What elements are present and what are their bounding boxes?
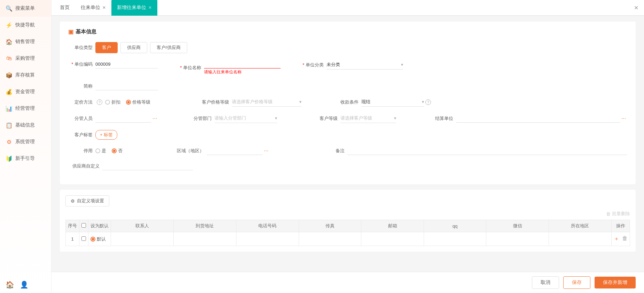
sidebar-label: 库存核算 bbox=[15, 72, 35, 78]
tab-contacts[interactable]: 往来单位✕ bbox=[75, 0, 111, 16]
unit-name-error: 请输入往来单位名称 bbox=[204, 69, 288, 75]
radio-label: 折扣 bbox=[111, 99, 120, 105]
col-header-9: 微信 bbox=[486, 220, 549, 232]
sidebar-label: 经营管理 bbox=[15, 105, 35, 112]
disable-radio-是[interactable]: 是 bbox=[95, 148, 106, 154]
close-all-tabs[interactable]: ✕ bbox=[631, 5, 641, 11]
chevron-down-icon3: ▾ bbox=[422, 99, 424, 104]
wechat-input[interactable] bbox=[488, 235, 547, 243]
table-row: 1默认＋🗑 bbox=[66, 232, 630, 246]
payment-terms-value: 现结 bbox=[361, 99, 421, 105]
sidebar-user-icon[interactable]: 👤 bbox=[20, 280, 29, 289]
short-name-input[interactable] bbox=[95, 82, 158, 90]
section-title: ▣ 基本信息 bbox=[68, 29, 627, 35]
payment-terms-group: 收款条件 现结 ▾ ? bbox=[334, 97, 627, 107]
sidebar-item-guide[interactable]: 🔰新手引导 bbox=[0, 150, 51, 167]
save-new-button[interactable]: 保存并新增 bbox=[595, 277, 636, 288]
unit-code-input[interactable] bbox=[95, 60, 158, 68]
contact-cell[interactable] bbox=[111, 232, 174, 246]
unit-type-label: 单位类型 bbox=[68, 44, 93, 51]
form-content: ▣ 基本信息 单位类型 客户供应商客户/供应商 单位编码 单位名称 bbox=[52, 16, 644, 272]
price-level-select[interactable]: 请选择客户价格等级 ▾ bbox=[232, 97, 301, 107]
sidebar-item-purchase[interactable]: 🛍采购管理 bbox=[0, 50, 51, 67]
disable-radio-否[interactable]: 否 bbox=[112, 148, 123, 154]
department-select[interactable]: 请输入分管部门 ▾ bbox=[214, 114, 277, 123]
tab-home[interactable]: 首页 bbox=[54, 0, 75, 16]
unit-type-row: 单位类型 客户供应商客户/供应商 bbox=[68, 42, 627, 53]
operations-icon: 📊 bbox=[6, 105, 13, 112]
pricing-help-icon[interactable]: ? bbox=[97, 99, 102, 105]
contact-input[interactable] bbox=[113, 235, 171, 243]
row-checkbox[interactable] bbox=[81, 236, 86, 241]
sidebar: 🔍搜索菜单⚡快捷导航🏠销售管理🛍采购管理📦库存核算💰资金管理📊经营管理📋基础信息… bbox=[0, 0, 52, 293]
phone-input[interactable] bbox=[238, 235, 297, 243]
customer-level-select[interactable]: 请选择客户等级 ▾ bbox=[340, 114, 396, 123]
pricing-radio-价格等级[interactable]: 价格等级 bbox=[126, 99, 150, 105]
unit-category-select[interactable]: 未分类 ▾ bbox=[327, 60, 403, 70]
phone-cell[interactable] bbox=[236, 232, 299, 246]
cancel-button[interactable]: 取消 bbox=[532, 276, 559, 289]
wechat-cell[interactable] bbox=[486, 232, 549, 246]
col-header-3: 联系人 bbox=[111, 220, 174, 232]
tab-close[interactable]: ✕ bbox=[102, 5, 106, 10]
sidebar-item-operations[interactable]: 📊经营管理 bbox=[0, 100, 51, 117]
tab-label: 新增往来单位 bbox=[117, 5, 146, 11]
address-input[interactable] bbox=[176, 235, 234, 243]
tab-label: 往来单位 bbox=[81, 5, 100, 11]
region-input[interactable] bbox=[551, 235, 609, 243]
tab-close[interactable]: ✕ bbox=[148, 5, 152, 10]
col-header-2: 设为默认 bbox=[88, 220, 111, 232]
sidebar-item-sales[interactable]: 🏠销售管理 bbox=[0, 33, 51, 50]
unit-name-input[interactable] bbox=[204, 60, 281, 68]
sidebar-item-system[interactable]: ⚙系统管理 bbox=[0, 133, 51, 150]
col-header-4: 到货地址 bbox=[173, 220, 236, 232]
price-level-label: 客户价格等级 bbox=[198, 99, 229, 105]
remark-input[interactable] bbox=[347, 147, 627, 155]
manager-more-btn[interactable]: ··· bbox=[151, 115, 158, 122]
disable-region-row: 停用 是否 区域（地区） ··· 备注 bbox=[68, 147, 627, 155]
address-cell[interactable] bbox=[173, 232, 236, 246]
tab-new-contact[interactable]: 新增往来单位✕ bbox=[111, 0, 157, 16]
delete-row-icon[interactable]: 🗑 bbox=[622, 235, 628, 243]
email-cell[interactable] bbox=[361, 232, 424, 246]
settlement-more-btn[interactable]: ··· bbox=[620, 115, 627, 122]
unit-type-btn-客户[interactable]: 客户 bbox=[95, 42, 118, 53]
save-button[interactable]: 保存 bbox=[563, 276, 590, 289]
sidebar-item-search-menu[interactable]: 🔍搜索菜单 bbox=[0, 0, 51, 17]
sidebar-item-finance[interactable]: 💰资金管理 bbox=[0, 83, 51, 100]
payment-help-icon[interactable]: ? bbox=[425, 99, 431, 105]
unit-name-group: 单位名称 请输入往来单位名称 bbox=[177, 60, 288, 75]
payment-terms-select[interactable]: 现结 ▾ bbox=[361, 97, 424, 107]
unit-type-btn-客户/供应商[interactable]: 客户/供应商 bbox=[150, 42, 187, 53]
region-more-btn[interactable]: ··· bbox=[262, 148, 270, 154]
pricing-radio-折扣[interactable]: 折扣 bbox=[105, 99, 120, 105]
custom-settings-button[interactable]: ⚙ 自定义项设置 bbox=[65, 195, 109, 206]
sidebar-item-quick-nav[interactable]: ⚡快捷导航 bbox=[0, 17, 51, 33]
add-row-icon[interactable]: ＋ bbox=[614, 235, 619, 243]
sidebar-item-basic-info[interactable]: 📋基础信息 bbox=[0, 117, 51, 133]
unit-type-btn-供应商[interactable]: 供应商 bbox=[120, 42, 147, 53]
supplier-custom-input[interactable] bbox=[102, 162, 193, 170]
manager-input[interactable] bbox=[95, 114, 151, 123]
fax-cell[interactable] bbox=[299, 232, 361, 246]
sales-icon: 🏠 bbox=[6, 38, 13, 45]
batch-delete-btn[interactable]: 🗑 批量删除 bbox=[606, 211, 630, 217]
qq-cell[interactable] bbox=[424, 232, 486, 246]
region-input[interactable] bbox=[207, 147, 262, 155]
email-input[interactable] bbox=[363, 235, 422, 243]
default-cell: 默认 bbox=[88, 232, 111, 246]
settlement-unit-input[interactable] bbox=[456, 114, 620, 123]
remark-group: 备注 bbox=[320, 147, 627, 155]
purchase-icon: 🛍 bbox=[6, 55, 13, 62]
select-all-checkbox[interactable] bbox=[81, 223, 86, 228]
sidebar-home-icon[interactable]: 🏠 bbox=[6, 280, 14, 289]
form-footer: 取消 保存 保存并新增 bbox=[52, 272, 644, 293]
default-radio[interactable]: 默认 bbox=[91, 236, 109, 242]
tag-add-button[interactable]: + 标签 bbox=[95, 130, 117, 140]
settlement-unit-group: 结算单位 ··· bbox=[429, 114, 627, 123]
fax-input[interactable] bbox=[301, 235, 359, 243]
qq-input[interactable] bbox=[426, 235, 484, 243]
supplier-custom-group: 供应商自定义 bbox=[68, 162, 228, 170]
region-cell[interactable] bbox=[549, 232, 612, 246]
sidebar-item-inventory[interactable]: 📦库存核算 bbox=[0, 67, 51, 83]
